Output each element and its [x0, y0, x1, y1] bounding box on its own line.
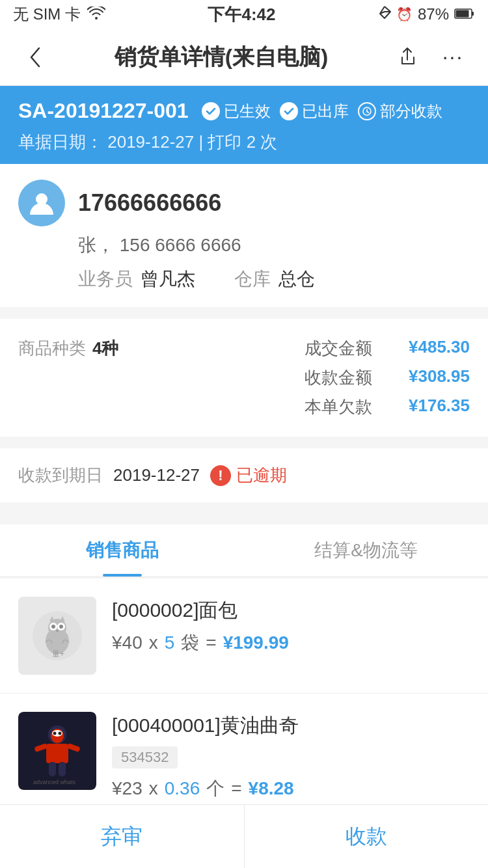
- product-thumb-dark: advanced whats: [18, 712, 96, 790]
- product-qty-2: 0.36: [165, 778, 200, 799]
- sales-label: 业务员: [78, 267, 133, 292]
- alarm-icon: ⏰: [396, 7, 413, 22]
- collected-value: ¥308.95: [385, 366, 470, 389]
- battery-text: 87%: [418, 5, 449, 23]
- badge-partial-label: 部分收款: [380, 101, 442, 122]
- product-total-2: ¥8.28: [249, 778, 294, 799]
- tabs-section: 销售商品 结算&物流等: [0, 524, 488, 577]
- svg-point-17: [53, 732, 57, 735]
- svg-text:量+: 量+: [52, 649, 64, 658]
- deal-amount-label: 成交金额: [305, 337, 372, 360]
- tab-sales-products[interactable]: 销售商品: [0, 524, 244, 576]
- order-header-banner: SA-20191227-001 已生效 已出库: [0, 86, 488, 164]
- product-price-unit-1: ¥40: [112, 632, 142, 653]
- category-count: 商品种类 4种: [18, 337, 118, 360]
- overdue-text: 已逾期: [236, 464, 287, 487]
- svg-rect-23: [59, 762, 66, 776]
- warehouse-value: 总仓: [278, 267, 315, 292]
- status-bar-left: 无 SIM 卡: [13, 4, 105, 25]
- product-tag-2: 534532: [112, 746, 178, 768]
- cancel-review-label: 弃审: [101, 822, 142, 851]
- product-info-1: [0000002]面包 ¥40 x 5 袋 = ¥199.99: [112, 597, 470, 655]
- battery-icon: [454, 5, 475, 23]
- wifi-icon: [87, 5, 105, 23]
- location-icon: [378, 5, 391, 23]
- order-badges: 已生效 已出库 部分收款: [202, 101, 442, 122]
- tabs-row: 销售商品 结算&物流等: [0, 524, 488, 577]
- customer-phone-display: 17666666666: [78, 189, 221, 217]
- collected-row: 收款金额 ¥308.95: [305, 366, 470, 389]
- svg-text:advanced whats: advanced whats: [33, 779, 76, 785]
- product-price-row-1: ¥40 x 5 袋 = ¥199.99: [112, 631, 470, 655]
- customer-name-phone: 张， 156 6666 6666: [18, 233, 470, 258]
- product-name-2: [000400001]黄油曲奇: [112, 712, 470, 739]
- category-value: 4种: [92, 337, 118, 360]
- status-bar-right: ⏰ 87%: [378, 5, 475, 23]
- svg-rect-22: [49, 762, 56, 776]
- separator-1: [0, 308, 488, 319]
- badge-effective-label: 已生效: [224, 101, 271, 122]
- warehouse-info: 仓库 总仓: [234, 267, 315, 292]
- badge-shipped-label: 已出库: [302, 101, 349, 122]
- check-icon-effective: [202, 102, 220, 120]
- collect-button[interactable]: 收款: [245, 805, 489, 868]
- tab-settlement[interactable]: 结算&物流等: [244, 524, 488, 576]
- product-price-unit-2: ¥23: [112, 778, 142, 799]
- order-id-row: SA-20191227-001 已生效 已出库: [18, 99, 470, 123]
- back-button[interactable]: [16, 38, 55, 77]
- product-thumb-owl: 量+: [18, 597, 96, 675]
- product-name-1: [0000002]面包: [112, 597, 470, 624]
- debt-value: ¥176.35: [385, 396, 470, 418]
- badge-partial: 部分收款: [358, 101, 442, 122]
- order-date: 2019-12-27: [107, 132, 194, 152]
- svg-point-11: [59, 625, 63, 629]
- page-title: 销货单详情(来自电脑): [115, 42, 329, 72]
- share-button[interactable]: [388, 38, 427, 77]
- status-bar: 无 SIM 卡 下午4:42 ⏰ 87%: [0, 0, 488, 29]
- sales-value: 曾凡杰: [141, 267, 195, 292]
- nav-bar: 销货单详情(来自电脑) ···: [0, 29, 488, 86]
- print-info: | 打印 2 次: [198, 132, 277, 152]
- product-thumb-2: advanced whats: [18, 712, 96, 790]
- order-id: SA-20191227-001: [18, 99, 189, 123]
- svg-rect-2: [455, 10, 468, 18]
- products-list: 量+ [0000002]面包 ¥40 x 5 袋 = ¥199.99: [0, 578, 488, 820]
- stats-section: 商品种类 4种 成交金额 ¥485.30 收款金额 ¥308.95 本单欠款 ¥…: [0, 319, 488, 437]
- customer-phone-alt: 156 6666 6666: [120, 235, 241, 255]
- tab-sales-products-label: 销售商品: [86, 538, 159, 563]
- customer-main-row: 17666666666: [18, 180, 470, 226]
- product-qty-unit-1: 袋: [181, 631, 199, 655]
- customer-name: 张: [78, 235, 96, 255]
- due-date: 2019-12-27: [113, 465, 200, 485]
- collected-label: 收款金额: [305, 366, 372, 389]
- overdue-badge: ! 已逾期: [210, 464, 287, 487]
- check-icon-shipped: [280, 102, 298, 120]
- category-label: 商品种类: [18, 337, 86, 360]
- product-info-2: [000400001]黄油曲奇 534532 ¥23 x 0.36 个 = ¥8…: [112, 712, 470, 801]
- sales-info: 业务员 曾凡杰: [78, 267, 195, 292]
- overdue-icon: !: [210, 465, 231, 486]
- separator-2: [0, 438, 488, 448]
- due-label: 收款到期日: [18, 464, 103, 487]
- svg-point-18: [59, 732, 62, 735]
- bottom-bar: 弃审 收款: [0, 804, 488, 868]
- cancel-review-button[interactable]: 弃审: [0, 805, 245, 868]
- due-section: 收款到期日 2019-12-27 ! 已逾期: [0, 448, 488, 502]
- clock-icon: [358, 102, 376, 120]
- product-item-2: advanced whats [000400001]黄油曲奇 534532 ¥2…: [0, 694, 488, 820]
- separator-3: [0, 504, 488, 514]
- stats-category: 商品种类 4种: [18, 337, 118, 360]
- debt-label: 本单欠款: [305, 396, 372, 418]
- collect-label: 收款: [346, 822, 387, 851]
- product-thumb-1: 量+: [18, 597, 96, 675]
- tab-settlement-label: 结算&物流等: [314, 538, 418, 563]
- customer-info-row: 业务员 曾凡杰 仓库 总仓: [18, 267, 470, 292]
- order-date-row: 单据日期： 2019-12-27 | 打印 2 次: [18, 131, 470, 154]
- deal-amount-value: ¥485.30: [385, 337, 470, 360]
- svg-rect-1: [472, 12, 474, 16]
- more-button[interactable]: ···: [433, 38, 472, 77]
- stats-amounts: 成交金额 ¥485.30 收款金额 ¥308.95 本单欠款 ¥176.35: [305, 337, 470, 418]
- badge-shipped: 已出库: [280, 101, 349, 122]
- product-item: 量+ [0000002]面包 ¥40 x 5 袋 = ¥199.99: [0, 578, 488, 694]
- product-price-row-2: ¥23 x 0.36 个 = ¥8.28: [112, 776, 470, 801]
